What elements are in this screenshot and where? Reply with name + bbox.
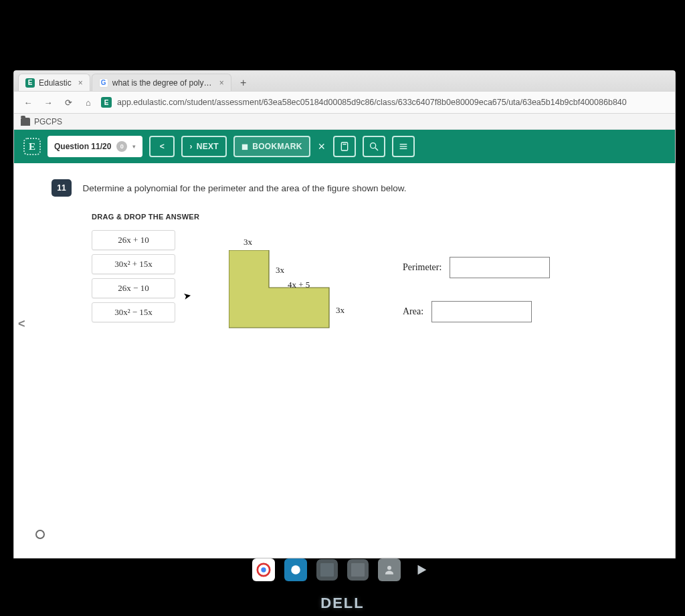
google-favicon-icon: G [99, 78, 108, 88]
answer-choices: 26x + 10 30x² + 15x 26x − 10 30x² − 15x [92, 230, 175, 322]
answer-dropzones: Perimeter: Area: [403, 257, 550, 322]
svg-marker-11 [229, 250, 329, 328]
area-label: Area: [403, 306, 423, 317]
close-tab-icon[interactable]: × [219, 78, 224, 88]
bookmark-icon: ◼ [241, 142, 248, 151]
back-button[interactable]: ← [21, 95, 35, 110]
perimeter-row: Perimeter: [403, 257, 550, 278]
taskbar-chrome-icon[interactable] [252, 558, 275, 581]
address-bar-row: ← → ⟳ ⌂ E app.edulastic.com/student/asse… [14, 91, 675, 114]
bookmark-button[interactable]: ◼ BOOKMARK [233, 136, 310, 157]
bookmarks-bar: PGCPS [14, 114, 675, 130]
tab-title: what is the degree of polynomi [112, 78, 213, 88]
edulastic-favicon-icon: E [25, 78, 35, 88]
label-step-top: 4x + 5 [288, 280, 310, 290]
tab-title: Edulastic [39, 78, 72, 88]
chevron-right-icon: › [189, 142, 192, 151]
taskbar-play-icon[interactable] [410, 558, 433, 581]
bookmark-label: BOOKMARK [252, 142, 302, 151]
perimeter-label: Perimeter: [403, 262, 442, 273]
laptop-brand: DELL [320, 595, 364, 612]
site-icon: E [101, 97, 112, 108]
close-tab-icon[interactable]: × [78, 78, 83, 88]
cursor-icon: ➤ [183, 290, 193, 302]
svg-line-7 [375, 148, 378, 150]
area-dropzone[interactable] [431, 301, 532, 322]
close-icon[interactable]: × [318, 140, 326, 154]
taskbar [0, 554, 685, 585]
tab-google-search[interactable]: G what is the degree of polynomi × [92, 74, 231, 91]
screen: E Edulastic × G what is the degree of po… [0, 0, 685, 616]
taskbar-app-icon[interactable] [284, 558, 307, 581]
brand-logo[interactable]: E [23, 138, 41, 155]
magnifier-button[interactable] [363, 136, 385, 157]
taskbar-app3-icon[interactable] [347, 559, 369, 581]
menu-button[interactable] [392, 136, 415, 157]
tab-edulastic[interactable]: E Edulastic × [18, 74, 90, 91]
choice-option[interactable]: 30x² + 15x [92, 254, 175, 274]
app-header: E Question 11/20 0 ▾ < › NEXT ◼ BOOKMARK… [14, 130, 675, 163]
figure: ➤ 3x 3x 4x + 5 3x [202, 230, 376, 364]
question-content: 11 Determine a polynomial for the perime… [14, 163, 675, 558]
bookmark-folder[interactable]: PGCPS [34, 117, 62, 126]
browser-window: E Edulastic × G what is the degree of po… [13, 70, 676, 558]
url-text[interactable]: app.edulastic.com/student/assessment/63e… [117, 98, 627, 107]
new-tab-button[interactable]: + [235, 75, 252, 91]
perimeter-dropzone[interactable] [450, 257, 550, 278]
forward-button[interactable]: → [41, 95, 56, 110]
label-right-lower: 3x [336, 305, 345, 316]
svg-point-15 [387, 566, 391, 570]
choice-option[interactable]: 26x + 10 [92, 230, 175, 250]
drag-drop-title: DRAG & DROP THE ANSWER [92, 213, 648, 221]
svg-marker-16 [418, 565, 427, 575]
taskbar-contacts-icon[interactable] [378, 558, 401, 581]
question-selector[interactable]: Question 11/20 0 ▾ [47, 136, 142, 157]
prev-question-button[interactable]: < [149, 136, 175, 157]
next-question-button[interactable]: › NEXT [181, 136, 227, 157]
label-top: 3x [243, 237, 252, 247]
taskbar-app2-icon[interactable] [316, 559, 338, 581]
svg-point-13 [261, 567, 266, 572]
work-area: 26x + 10 30x² + 15x 26x − 10 30x² − 15x … [92, 230, 648, 364]
attempts-badge: 0 [116, 141, 127, 152]
choice-option[interactable]: 30x² − 15x [92, 302, 175, 322]
collapse-left-icon[interactable]: < [18, 317, 25, 331]
svg-rect-0 [341, 142, 347, 150]
question-prompt: Determine a polynomial for the perimeter… [82, 183, 406, 193]
choice-option[interactable]: 26x − 10 [92, 278, 175, 298]
reload-button[interactable]: ⟳ [61, 95, 76, 110]
folder-icon [21, 118, 30, 126]
next-label: NEXT [197, 142, 219, 151]
l-shape-polygon [229, 250, 342, 344]
svg-point-14 [291, 565, 300, 575]
label-right-upper: 3x [276, 265, 284, 276]
chevron-down-icon: ▾ [132, 143, 136, 150]
tab-strip: E Edulastic × G what is the degree of po… [14, 71, 675, 91]
question-number-badge: 11 [52, 179, 72, 197]
question-counter: Question 11/20 [54, 142, 111, 151]
progress-circle-icon [35, 530, 45, 539]
svg-point-6 [371, 143, 376, 148]
home-button[interactable]: ⌂ [81, 95, 96, 110]
area-row: Area: [403, 301, 550, 322]
calculator-button[interactable] [333, 136, 356, 157]
